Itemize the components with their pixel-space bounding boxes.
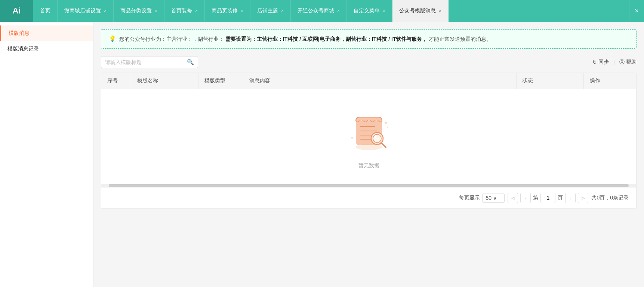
close-tab-shop-settings[interactable]: × <box>104 8 107 13</box>
close-tab-open-store[interactable]: × <box>337 8 340 13</box>
content-area: 💡 您的公众号行业为：主营行业：，副营行业： 需要设置为：主营行业：IT科技 /… <box>93 22 644 287</box>
table-container: 序号 模版名称 模版类型 消息内容 状态 操作 <box>101 73 637 209</box>
empty-illustration <box>346 112 391 156</box>
empty-text: 暂无数据 <box>358 162 379 169</box>
page-label: 第 <box>533 195 538 201</box>
nav-tab-custom-menu[interactable]: 自定义菜单 × <box>347 0 392 22</box>
sync-button[interactable]: ↻ 同步 <box>592 59 609 65</box>
nav-tab-store-theme[interactable]: 店铺主题 × <box>250 0 291 22</box>
toolbar-right: ↻ 同步 | ⓪ 帮助 <box>592 59 637 65</box>
svg-point-6 <box>373 134 381 143</box>
page-total: 共0页，0条记录 <box>591 195 629 201</box>
sidebar-item-template-message[interactable]: 模版消息 <box>0 25 93 41</box>
first-page-button[interactable]: ⊲ <box>508 193 518 203</box>
svg-point-11 <box>351 137 353 139</box>
page-number-input[interactable] <box>540 193 555 203</box>
notice-icon: 💡 <box>109 35 116 42</box>
svg-point-9 <box>385 122 387 124</box>
nav-tab-template-message[interactable]: 公众号模版消息 × <box>392 0 449 22</box>
page-navigation: ⊲ ‹ 第 页 › ⊳ <box>508 193 588 203</box>
page-end-label: 页 <box>558 195 563 201</box>
pagination: 每页显示 50 ∨ ⊲ ‹ 第 页 › ⊳ 共0页，0条记录 <box>101 187 636 208</box>
help-icon: ⓪ <box>619 59 625 65</box>
close-tab-custom-menu[interactable]: × <box>383 8 385 13</box>
main-layout: 模版消息 模版消息记录 💡 您的公众号行业为：主营行业：，副营行业： 需要设置为… <box>0 22 644 287</box>
search-icon[interactable]: 🔍 <box>187 59 194 65</box>
app-logo: Ai <box>0 0 33 22</box>
notice-text: 您的公众号行业为：主营行业：，副营行业： 需要设置为：主营行业：IT科技 / 互… <box>119 35 492 43</box>
table-scrollbar[interactable] <box>101 184 636 187</box>
svg-point-10 <box>387 126 388 128</box>
close-tab-template-message[interactable]: × <box>439 8 441 13</box>
svg-line-7 <box>381 143 386 147</box>
col-header-name: 模版名称 <box>131 73 198 89</box>
search-box: 🔍 <box>101 56 198 68</box>
toolbar: 🔍 ↻ 同步 | ⓪ 帮助 <box>101 56 637 68</box>
close-tab-home-decor[interactable]: × <box>195 8 198 13</box>
nav-tab-home-decor[interactable]: 首页装修 × <box>164 0 205 22</box>
sync-icon: ↻ <box>592 59 597 65</box>
svg-point-8 <box>374 135 376 138</box>
nav-tab-open-store[interactable]: 开通公众号商城 × <box>291 0 347 22</box>
empty-state: 暂无数据 <box>101 89 636 184</box>
notice-banner: 💡 您的公众号行业为：主营行业：，副营行业： 需要设置为：主营行业：IT科技 /… <box>101 29 637 49</box>
search-input[interactable] <box>105 59 187 65</box>
nav-tab-product-decor[interactable]: 商品页装修 × <box>205 0 250 22</box>
sidebar: 模版消息 模版消息记录 <box>0 22 93 287</box>
page-size-select: 每页显示 50 ∨ <box>459 193 505 203</box>
nav-tabs-container: 首页 微商城店铺设置 × 商品分类设置 × 首页装修 × 商品页装修 × 店铺主… <box>33 0 629 22</box>
col-header-status: 状态 <box>517 73 584 89</box>
prev-page-button[interactable]: ‹ <box>520 193 531 203</box>
chevron-down-icon: ∨ <box>493 195 497 201</box>
next-page-button[interactable]: › <box>565 193 576 203</box>
top-navigation: Ai 首页 微商城店铺设置 × 商品分类设置 × 首页装修 × 商品页装修 × … <box>0 0 644 22</box>
table-scrollbar-thumb[interactable] <box>109 184 629 187</box>
last-page-button[interactable]: ⊳ <box>578 193 588 203</box>
col-header-action: 操作 <box>584 73 636 89</box>
close-tab-store-theme[interactable]: × <box>281 8 284 13</box>
col-header-index: 序号 <box>101 73 131 89</box>
toolbar-divider: | <box>613 59 615 65</box>
page-size-label: 每页显示 <box>459 195 480 201</box>
close-all-tabs-button[interactable]: × <box>629 0 644 22</box>
nav-tab-shop-settings[interactable]: 微商城店铺设置 × <box>58 0 114 22</box>
table-header: 序号 模版名称 模版类型 消息内容 状态 操作 <box>101 73 636 89</box>
sidebar-item-template-message-records[interactable]: 模版消息记录 <box>0 41 93 57</box>
help-button[interactable]: ⓪ 帮助 <box>619 59 637 65</box>
close-tab-product-decor[interactable]: × <box>241 8 243 13</box>
col-header-content: 消息内容 <box>243 73 517 89</box>
nav-tab-home[interactable]: 首页 <box>33 0 58 22</box>
col-header-type: 模版类型 <box>198 73 243 89</box>
nav-tab-category-settings[interactable]: 商品分类设置 × <box>114 0 164 22</box>
close-tab-category-settings[interactable]: × <box>155 8 157 13</box>
page-size-dropdown[interactable]: 50 ∨ <box>482 193 505 203</box>
